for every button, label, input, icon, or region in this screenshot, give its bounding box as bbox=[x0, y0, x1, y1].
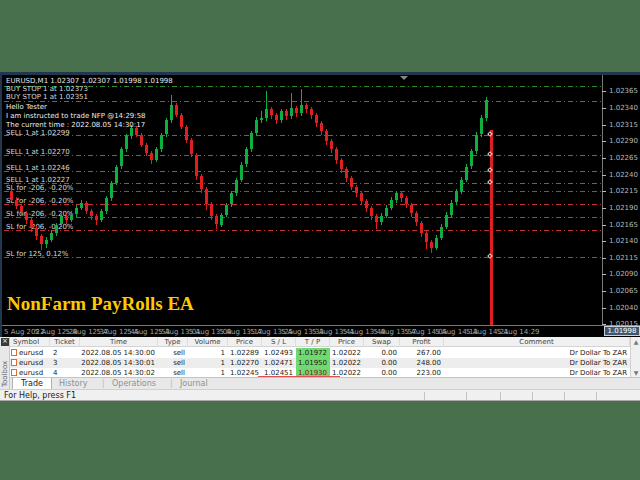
column-header[interactable]: Comment bbox=[444, 337, 630, 347]
candle bbox=[455, 191, 458, 202]
buy-order-line[interactable] bbox=[4, 101, 602, 102]
candle bbox=[50, 233, 53, 240]
candle bbox=[290, 108, 293, 116]
candle bbox=[380, 216, 383, 223]
price-axis-tick bbox=[602, 225, 606, 226]
candle bbox=[310, 109, 313, 114]
candle bbox=[415, 213, 418, 222]
table-scrollbar[interactable]: ▲ ▼ bbox=[630, 337, 640, 377]
candle bbox=[410, 205, 413, 214]
column-header[interactable]: S / L bbox=[262, 337, 296, 347]
candle bbox=[430, 242, 433, 247]
candle bbox=[105, 198, 108, 211]
column-header[interactable]: Type bbox=[158, 337, 188, 347]
candle bbox=[35, 228, 38, 236]
table-row[interactable]: eurusd22022.08.05 14:30:00sell11.022891.… bbox=[10, 348, 630, 358]
column-header[interactable]: Price bbox=[330, 337, 364, 347]
price-axis-tick bbox=[602, 208, 606, 209]
candle bbox=[260, 118, 263, 120]
candle bbox=[420, 223, 423, 234]
current-price-badge: 1.01998 bbox=[604, 326, 640, 336]
sell-order-line[interactable] bbox=[4, 155, 602, 156]
candle bbox=[365, 201, 368, 208]
scroll-down-icon[interactable]: ▼ bbox=[631, 368, 640, 377]
sl-order-line[interactable] bbox=[4, 230, 602, 231]
candle bbox=[300, 105, 303, 114]
price-axis-label: 1.02265 bbox=[609, 154, 638, 162]
price-axis-tick bbox=[602, 274, 606, 275]
sell-order-line[interactable] bbox=[4, 135, 602, 136]
candle bbox=[70, 215, 73, 220]
candle bbox=[85, 203, 88, 212]
order-line-label: SL for 125, 0.12% bbox=[6, 250, 68, 258]
sl-order-line[interactable] bbox=[4, 217, 602, 218]
candle bbox=[190, 140, 193, 155]
column-header[interactable]: Price bbox=[228, 337, 262, 347]
order-line-label: SELL 1 at 1.02270 bbox=[6, 148, 70, 156]
candle bbox=[460, 180, 463, 191]
status-bar-separator bbox=[564, 392, 565, 400]
cell-ticket: 2 bbox=[50, 348, 80, 358]
candle bbox=[350, 178, 353, 187]
status-bar-separator bbox=[424, 392, 425, 400]
column-header[interactable]: Ticket bbox=[50, 337, 80, 347]
candle bbox=[175, 105, 178, 115]
cell-profit: 267.00 bbox=[400, 348, 444, 358]
cell-comment: Dr Dollar To ZAR bbox=[444, 358, 630, 368]
sell-order-line[interactable] bbox=[4, 183, 602, 184]
price-axis-label: 1.02365 bbox=[609, 87, 638, 95]
status-bar-separator bbox=[532, 392, 533, 400]
price-axis-label: 1.02140 bbox=[609, 237, 638, 245]
candle bbox=[95, 216, 98, 220]
candle bbox=[220, 215, 223, 225]
position-type-icon bbox=[11, 359, 17, 366]
candle bbox=[470, 151, 473, 166]
candle bbox=[195, 155, 198, 176]
column-header[interactable]: Symbol bbox=[10, 337, 50, 347]
position-type-icon bbox=[11, 349, 17, 356]
candle bbox=[110, 183, 113, 198]
order-line-label: BUY STOP 1 at 1.02373 bbox=[6, 85, 88, 93]
candle bbox=[140, 135, 143, 145]
order-line-label: SL for -206, -0.20% bbox=[6, 210, 74, 218]
scroll-up-icon[interactable]: ▲ bbox=[631, 337, 640, 346]
table-row[interactable]: eurusd32022.08.05 14:30:01sell11.022701.… bbox=[10, 358, 630, 368]
candle bbox=[280, 111, 283, 120]
cell-type: sell bbox=[158, 358, 188, 368]
price-axis-tick bbox=[602, 191, 606, 192]
close-icon[interactable]: × bbox=[1, 338, 9, 346]
sl-order-line[interactable] bbox=[4, 204, 602, 205]
candle bbox=[265, 109, 268, 118]
price-axis-separator bbox=[602, 75, 603, 325]
column-header[interactable]: Swap bbox=[364, 337, 400, 347]
cell-time: 2022.08.05 14:30:01 bbox=[80, 358, 158, 368]
candle bbox=[245, 149, 248, 164]
candle bbox=[230, 193, 233, 204]
buy-order-line[interactable] bbox=[4, 86, 602, 87]
column-header[interactable]: Profit bbox=[400, 337, 444, 347]
table-header-row: SymbolTicketTimeTypeVolumePriceS / LT / … bbox=[10, 337, 630, 347]
sl-order-line[interactable] bbox=[4, 191, 602, 192]
candle bbox=[400, 193, 403, 198]
candle bbox=[370, 208, 373, 216]
order-line-label: SL for -206, -0.20% bbox=[6, 223, 74, 231]
candle bbox=[180, 115, 183, 127]
candle bbox=[320, 123, 323, 132]
cell-swap: 0.00 bbox=[364, 358, 400, 368]
chart-plot-area[interactable]: EURUSD,M1 1.02307 1.02307 1.01998 1.0199… bbox=[0, 75, 640, 337]
column-header[interactable]: T / P bbox=[296, 337, 330, 347]
sl-order-line[interactable] bbox=[4, 257, 602, 258]
status-bar-separator bbox=[466, 392, 467, 400]
price-axis-tick bbox=[602, 175, 606, 176]
candle bbox=[75, 208, 78, 215]
cell-swap: 0.00 bbox=[364, 348, 400, 358]
candle bbox=[80, 203, 83, 208]
sell-order-line[interactable] bbox=[4, 171, 602, 172]
column-header[interactable]: Time bbox=[80, 337, 158, 347]
price-axis-label: 1.02165 bbox=[609, 221, 638, 229]
price-axis-tick bbox=[602, 125, 606, 126]
candle bbox=[170, 105, 173, 120]
column-header[interactable]: Volume bbox=[188, 337, 228, 347]
candle bbox=[390, 200, 393, 208]
candle bbox=[425, 233, 428, 242]
